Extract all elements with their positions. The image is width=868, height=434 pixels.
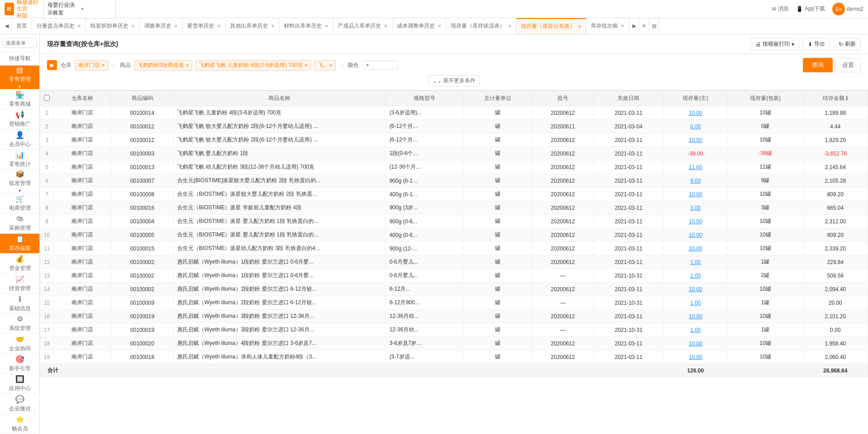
close-icon[interactable]: ✕ xyxy=(217,24,221,28)
row-qty-main[interactable]: 10.00 xyxy=(663,215,728,228)
sidebar-item-marketing[interactable]: 📢 营销推广 xyxy=(0,109,39,129)
product-tag-2-remove[interactable]: ✕ xyxy=(304,63,308,68)
account-dropdown[interactable]: 母婴行业演示账套 ▾ xyxy=(43,0,116,19)
tab-home[interactable]: 首页 xyxy=(12,18,32,34)
warehouse-remove-btn[interactable]: ✕ xyxy=(101,63,105,68)
close-icon[interactable]: ✕ xyxy=(174,24,178,28)
color-filter-input[interactable]: ▾ xyxy=(362,61,398,70)
sidebar-item-mall[interactable]: 🏪 零售商城 xyxy=(0,90,39,109)
query-btn[interactable]: 查询 xyxy=(803,58,833,72)
sidebar-item-purchase[interactable]: 🛍 采购管理 xyxy=(0,214,39,234)
sidebar-item-ecommerce[interactable]: 🛒 电商管理 xyxy=(0,193,39,213)
row-qty-pack: 10罐 xyxy=(728,310,803,323)
close-icon[interactable]: ✕ xyxy=(508,24,511,28)
sidebar-item-finance[interactable]: 💰 资金管理 xyxy=(0,254,39,274)
messages-btn[interactable]: ✉ 消息 xyxy=(772,5,789,13)
close-icon[interactable]: ✕ xyxy=(578,24,581,29)
row-no: 11 xyxy=(40,242,54,255)
user-profile-btn[interactable]: Ea demo2 xyxy=(832,3,863,15)
tab-stock-dist[interactable]: 现存量（库存分布表） ✕ xyxy=(516,18,586,34)
sidebar-item-retail[interactable]: ▤ 零售管理 ▼ xyxy=(0,66,39,90)
product-tag-3-remove[interactable]: ✕ xyxy=(329,63,333,68)
sidebar-item-inventory[interactable]: 📋 库存核算 xyxy=(0,234,39,254)
col-check xyxy=(40,91,54,106)
row-qty-main[interactable]: 0.00 xyxy=(663,120,728,133)
sidebar-item-apps[interactable]: 🔲 应用中心 xyxy=(0,374,39,394)
close-icon[interactable]: ✕ xyxy=(384,24,387,28)
row-qty-main[interactable]: 10.00 xyxy=(663,242,728,255)
sidebar-item-retail-stat[interactable]: 📊 零售统计 xyxy=(0,150,39,170)
sidebar-item-wechat[interactable]: 💬 企业微信 xyxy=(0,394,39,414)
setting-btn[interactable]: 设置 xyxy=(835,58,861,72)
tab-cost-adjust[interactable]: 成本调整单历史 ✕ xyxy=(392,18,446,34)
close-icon[interactable]: ✕ xyxy=(271,24,274,28)
print-btn[interactable]: 🖨 按模板打印 ▾ xyxy=(750,38,799,50)
sidebar-item-basic[interactable]: ℹ 基础信息 xyxy=(0,294,39,314)
close-icon[interactable]: ✕ xyxy=(621,24,624,28)
tab-disassemble[interactable]: 组装拆卸单历史 ✕ xyxy=(86,18,140,34)
row-qty-main[interactable]: 3.00 xyxy=(663,201,728,215)
col-code: 商品编码 xyxy=(111,91,174,106)
tab-menu-btn[interactable]: ▤ xyxy=(649,18,659,34)
tab-close-btn[interactable]: ✕ xyxy=(639,18,649,34)
sidebar-item-business[interactable]: 📈 经营管理 xyxy=(0,274,39,294)
row-code: 00100014 xyxy=(111,106,174,120)
select-all-checkbox[interactable] xyxy=(44,95,50,101)
close-icon[interactable]: ✕ xyxy=(77,24,81,28)
product-more-btn[interactable]: ··· xyxy=(340,62,344,68)
close-icon[interactable]: ✕ xyxy=(325,24,328,28)
row-qty-main[interactable]: 10.00 xyxy=(663,228,728,242)
sidebar-item-vip[interactable]: ⭐ 畅会员 xyxy=(0,414,39,434)
sidebar-item-guide[interactable]: 🎯 新手引导 xyxy=(0,354,39,374)
row-qty-main[interactable]: 10.00 xyxy=(663,283,728,296)
tab-stock-status[interactable]: 现存量（库存状况表） ✕ xyxy=(446,18,516,34)
filter-expand-btn[interactable]: ▶ xyxy=(47,60,57,70)
sidebar-item-system[interactable]: ⚙ 系统管理 xyxy=(0,314,39,334)
color-filter-label: 颜色 xyxy=(348,61,359,69)
product-tag-1-remove[interactable]: ✕ xyxy=(185,63,189,68)
close-icon[interactable]: ✕ xyxy=(131,24,135,28)
tab-prev-btn[interactable]: ◀ xyxy=(2,18,12,34)
row-qty-main[interactable]: 10.00 xyxy=(663,350,728,364)
warehouse-more-btn[interactable]: ··· xyxy=(112,62,116,68)
row-qty-main[interactable]: 1.00 xyxy=(663,255,728,269)
row-expiry: 2021-03-11 xyxy=(594,242,663,255)
row-qty-pack: 10罐 xyxy=(728,242,803,255)
expand-conditions-btn[interactable]: ⌄⌄ 展开更多条件 xyxy=(429,75,480,86)
tab-other-out[interactable]: 其他出库单历史 ✕ xyxy=(226,18,279,34)
row-qty-main[interactable]: -39.00 xyxy=(663,147,728,160)
tab-request[interactable]: 要货单历史 ✕ xyxy=(183,18,226,34)
row-warehouse: 南岸门店 xyxy=(54,133,111,147)
row-qty-main[interactable]: 10.00 xyxy=(663,188,728,201)
row-qty-main[interactable]: 2.00 xyxy=(663,269,728,283)
tab-product-in[interactable]: 产成品入库单历史 ✕ xyxy=(333,18,392,34)
refresh-btn[interactable]: ↻ 刷新 xyxy=(834,38,861,50)
row-qty-main[interactable]: 10.00 xyxy=(663,106,728,120)
row-qty-main[interactable]: 10.00 xyxy=(663,310,728,323)
tab-next-btn[interactable]: ▶ xyxy=(629,18,639,34)
col-unit: 主计量单位 xyxy=(464,91,532,106)
inventory-table: 仓库名称 商品编码 商品名称 规格型号 主计量单位 批号 失效日期 现存量(主)… xyxy=(40,90,868,377)
row-qty-main[interactable]: 10.00 xyxy=(663,133,728,147)
row-qty-main[interactable]: 9.00 xyxy=(663,174,728,188)
app-download-btn[interactable]: 📱 App下载 xyxy=(796,5,825,13)
tab-batch-account[interactable]: 库存批次账 ✕ xyxy=(586,18,629,34)
sidebar-item-collab[interactable]: 🤝 企业协同 xyxy=(0,334,39,354)
row-qty-main[interactable]: 10.00 xyxy=(663,337,728,350)
tab-material-out[interactable]: 材料出库单历史 ✕ xyxy=(279,18,333,34)
tab-mix[interactable]: 调拨单历史 ✕ xyxy=(140,18,183,34)
row-qty-main[interactable]: 1.00 xyxy=(663,296,728,310)
sidebar-item-member[interactable]: 👤 会员中心 xyxy=(0,130,39,150)
search-input[interactable] xyxy=(3,38,37,48)
row-qty-pack: 2罐 xyxy=(728,269,803,283)
close-icon[interactable]: ✕ xyxy=(438,24,441,28)
export-btn[interactable]: ⬇ 导出 xyxy=(803,38,830,50)
row-qty-pack: 10罐 xyxy=(728,337,803,350)
tab-split-inventory[interactable]: 分量盘点单历史 ✕ xyxy=(32,18,86,34)
row-warehouse: 南岸门店 xyxy=(54,337,111,350)
table-body: 1 南岸门店 00100014 飞鹤星飞帆 儿童奶粉 4段(3-6岁适用) 70… xyxy=(40,106,868,364)
sidebar-item-wholesale[interactable]: 📦 批发管理 ▼ xyxy=(0,170,39,193)
export-icon: ⬇ xyxy=(808,41,812,47)
row-qty-main[interactable]: 1.00 xyxy=(663,323,728,337)
row-qty-main[interactable]: 11.00 xyxy=(663,160,728,174)
